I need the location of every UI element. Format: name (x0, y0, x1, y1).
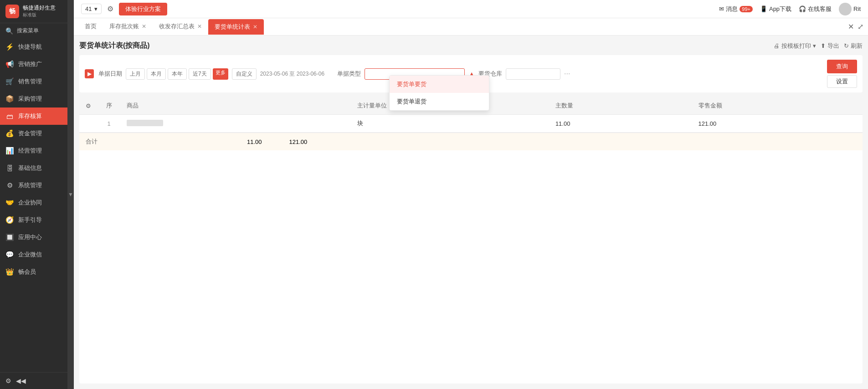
tab-batch-label: 库存批次账 (109, 22, 139, 31)
row-amount-cell: 121.00 (692, 115, 863, 133)
date-more-badge[interactable]: 更多 (213, 68, 228, 80)
tab-batch-close[interactable]: ✕ (142, 23, 146, 30)
dropdown-option-requisition-return[interactable]: 要货单退货 (390, 93, 489, 110)
finance-icon: 💰 (5, 129, 14, 138)
tab-collect-close[interactable]: ✕ (197, 23, 202, 30)
settings-footer-btn[interactable]: ⚙ (5, 377, 11, 384)
chevron-down-icon: ▾ (813, 42, 816, 49)
expand-tab-btn[interactable]: ⤢ (858, 22, 863, 31)
type-dropdown-menu: 要货单要货 要货单退货 (389, 75, 489, 111)
app-name: 畅捷通好生意 (23, 5, 56, 12)
tabs-actions: ✕ ⤢ (848, 22, 863, 31)
sidebar-item-shortcut[interactable]: ⚡ 快捷导航 (0, 38, 67, 56)
sidebar-item-label: 经营管理 (18, 147, 42, 155)
filter-actions: 查询 设置 (827, 60, 857, 88)
enterprise-icon: 🤝 (5, 199, 14, 207)
sidebar-item-label: 库存核算 (18, 112, 42, 120)
sales-icon: 🛒 (5, 77, 14, 86)
wechat-icon: 💬 (5, 251, 14, 259)
sidebar-item-sales[interactable]: 🛒 销售管理 (0, 73, 67, 90)
row-num-cell: 1 (98, 115, 120, 133)
sidebar-item-label: 快捷导航 (18, 43, 42, 51)
online-service-btn[interactable]: 🎧 在线客服 (799, 5, 832, 13)
sidebar-nav: ⚡ 快捷导航 📢 营销推广 🛒 销售管理 📦 采购管理 🗃 库存核算 💰 资金管… (0, 38, 67, 372)
inventory-icon: 🗃 (5, 113, 14, 120)
date-btn-this-month[interactable]: 本月 (147, 68, 166, 80)
row-product-cell (120, 115, 351, 133)
purchase-icon: 📦 (5, 95, 14, 103)
row-settings-cell (79, 115, 98, 133)
sidebar-search[interactable]: 🔍 搜索菜单 (0, 23, 67, 38)
refresh-btn[interactable]: ↻ 刷新 (844, 42, 863, 50)
marketing-icon: 📢 (5, 60, 14, 68)
sidebar-item-wechat[interactable]: 💬 企业微信 (0, 246, 67, 263)
row-unit-cell: 块 (351, 115, 549, 133)
industry-btn[interactable]: 体验行业方案 (119, 3, 167, 15)
messages-btn[interactable]: ✉ 消息 99+ (719, 5, 753, 13)
sidebar-item-label: 企业微信 (18, 251, 42, 259)
date-range-text: 2023-05-06 至 2023-06-06 (260, 70, 324, 78)
filter-settings-btn[interactable]: 设置 (827, 75, 857, 88)
collapse-footer-btn[interactable]: ◀◀ (16, 377, 26, 384)
export-btn[interactable]: ⬆ 导出 (821, 42, 839, 50)
sidebar-item-label: 系统管理 (18, 181, 42, 189)
footer-label: 合计 (86, 138, 98, 146)
date-btn-7days[interactable]: 近7天 (189, 68, 211, 80)
tab-requisition[interactable]: 要货单统计表 ✕ (208, 19, 264, 35)
company-selector[interactable]: 41 ▾ (81, 4, 102, 14)
tab-batch[interactable]: 库存批次账 ✕ (103, 19, 153, 35)
sidebar-item-basic[interactable]: 🗄 基础信息 (0, 159, 67, 177)
sidebar-item-finance[interactable]: 💰 资金管理 (0, 125, 67, 142)
messages-label: 消息 (726, 5, 738, 13)
phone-icon: 📱 (760, 5, 767, 12)
footer-quantity: 11.00 (247, 138, 262, 145)
app-download-btn[interactable]: 📱 App下载 (760, 5, 791, 13)
print-btn[interactable]: 🖨 按模板打印 ▾ (774, 42, 816, 50)
close-all-tabs-btn[interactable]: ✕ (848, 22, 854, 31)
date-btn-this-year[interactable]: 本年 (168, 68, 187, 80)
tab-requisition-close[interactable]: ✕ (253, 24, 257, 30)
sidebar-item-label: 采购管理 (18, 95, 42, 103)
user-avatar-btn[interactable]: Rit (839, 3, 861, 15)
query-btn[interactable]: 查询 (827, 60, 857, 73)
date-btn-last-month[interactable]: 上月 (126, 68, 145, 80)
user-avatar (839, 3, 852, 15)
sidebar-item-label: 资金管理 (18, 129, 42, 138)
sidebar-item-guide[interactable]: 🧭 新手引导 (0, 211, 67, 229)
sidebar-item-operations[interactable]: 📊 经营管理 (0, 142, 67, 159)
main-area: 41 ▾ ⚙ 体验行业方案 ✉ 消息 99+ 📱 App下载 🎧 在线客服 R (74, 0, 868, 389)
footer-amount: 121.00 (289, 138, 308, 145)
warehouse-filter-input[interactable] (506, 68, 560, 80)
sidebar-scroll[interactable]: ▼ (67, 0, 74, 389)
sidebar-item-marketing[interactable]: 📢 营销推广 (0, 56, 67, 73)
dropdown-option-requisition-order[interactable]: 要货单要货 (390, 76, 489, 93)
sidebar-item-apps[interactable]: 🔲 应用中心 (0, 229, 67, 246)
messages-badge: 99+ (740, 6, 753, 12)
col-num: 序 (98, 97, 120, 115)
date-custom-btn[interactable]: 自定义 (232, 68, 257, 80)
table-footer: 合计 11.00 121.00 (79, 133, 863, 150)
sidebar-item-system[interactable]: ⚙ 系统管理 (0, 177, 67, 194)
header-gear-btn[interactable]: ⚙ (107, 5, 113, 13)
sidebar-item-label: 畅会员 (18, 268, 36, 276)
col-quantity: 主数量 (549, 97, 692, 115)
sidebar-item-enterprise[interactable]: 🤝 企业协同 (0, 194, 67, 211)
page-title-row: 要货单统计表(按商品) 🖨 按模板打印 ▾ ⬆ 导出 ↻ 刷新 (79, 41, 863, 51)
date-filter-label: 单据日期 (98, 70, 122, 78)
export-icon: ⬆ (821, 42, 826, 49)
sidebar: 畅 畅捷通好生意 标准版 🔍 搜索菜单 ⚡ 快捷导航 📢 营销推广 🛒 销售管理… (0, 0, 67, 389)
sidebar-item-label: 应用中心 (18, 233, 42, 241)
col-settings[interactable]: ⚙ (79, 97, 98, 115)
apps-icon: 🔲 (5, 233, 14, 241)
top-header-right: ✉ 消息 99+ 📱 App下载 🎧 在线客服 Rit (719, 3, 861, 15)
sidebar-item-inventory[interactable]: 🗃 库存核算 (0, 107, 67, 125)
sidebar-item-member[interactable]: 👑 畅会员 (0, 263, 67, 281)
tab-home[interactable]: 首页 (78, 19, 103, 35)
filter-more-btn[interactable]: ··· (564, 70, 570, 78)
message-icon: ✉ (719, 5, 724, 12)
filter-expand-btn[interactable]: ▶ (85, 69, 94, 78)
tab-collect[interactable]: 收发存汇总表 ✕ (153, 19, 208, 35)
sidebar-item-purchase[interactable]: 📦 采购管理 (0, 90, 67, 107)
headset-icon: 🎧 (799, 5, 806, 12)
col-product: 商品 (120, 97, 351, 115)
